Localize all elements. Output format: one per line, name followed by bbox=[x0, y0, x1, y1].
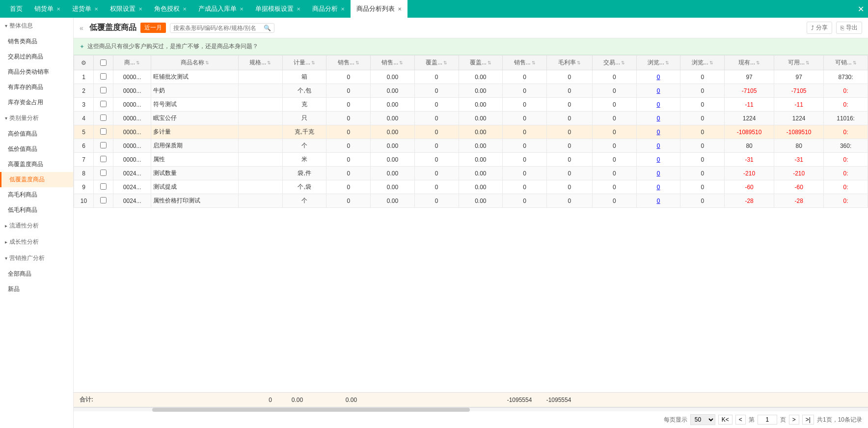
sidebar-item-turnover-rate[interactable]: 商品分类动销率 bbox=[0, 64, 73, 80]
row-checkbox[interactable] bbox=[100, 128, 107, 135]
sidebar-item-low-profit[interactable]: 低毛利商品 bbox=[0, 202, 73, 218]
cell-browse-a[interactable]: 0 bbox=[636, 167, 680, 180]
cell-checkbox[interactable] bbox=[94, 194, 113, 208]
cell-browse-a[interactable]: 0 bbox=[636, 125, 680, 139]
row-checkbox[interactable] bbox=[100, 73, 107, 80]
row-checkbox[interactable] bbox=[100, 156, 107, 162]
search-icon[interactable]: 🔍 bbox=[264, 25, 271, 31]
per-page-select[interactable]: 20 50 100 bbox=[690, 414, 715, 425]
close-permissions-icon[interactable]: ✕ bbox=[138, 6, 142, 12]
nav-purchase[interactable]: 进货单 ✕ bbox=[66, 0, 104, 18]
search-input[interactable] bbox=[173, 25, 262, 31]
nav-home[interactable]: 首页 bbox=[4, 0, 28, 18]
sidebar-item-high-coverage[interactable]: 高覆盖度商品 bbox=[0, 157, 73, 172]
first-page-button[interactable]: K< bbox=[718, 415, 732, 425]
row-checkbox[interactable] bbox=[100, 87, 107, 93]
close-analysis-icon[interactable]: ✕ bbox=[341, 6, 345, 12]
sort-browse-b-icon[interactable]: ⇅ bbox=[709, 60, 713, 65]
sort-current-icon[interactable]: ⇅ bbox=[756, 60, 760, 65]
sidebar-item-low-value[interactable]: 低价值商品 bbox=[0, 142, 73, 157]
sidebar-group-overall[interactable]: ▾ 整体信息 bbox=[0, 18, 73, 34]
sort-sales-amt-icon[interactable]: ⇅ bbox=[399, 60, 403, 65]
row-checkbox[interactable] bbox=[100, 197, 107, 203]
cell-cov-a: 0 bbox=[414, 70, 459, 84]
prev-page-button[interactable]: < bbox=[735, 415, 746, 425]
period-button[interactable]: 近一月 bbox=[140, 23, 166, 33]
sort-trans-icon[interactable]: ⇅ bbox=[621, 60, 625, 65]
sort-code-icon[interactable]: ⇅ bbox=[136, 60, 140, 65]
sort-sellable-icon[interactable]: ⇅ bbox=[853, 60, 857, 65]
row-checkbox[interactable] bbox=[100, 101, 107, 107]
cell-checkbox[interactable] bbox=[94, 70, 113, 84]
cell-browse-a[interactable]: 0 bbox=[636, 112, 680, 125]
row-checkbox[interactable] bbox=[100, 142, 107, 148]
sidebar-item-in-stock[interactable]: 有库存的商品 bbox=[0, 80, 73, 95]
settings-icon[interactable]: ⚙ bbox=[81, 59, 86, 66]
next-page-button[interactable]: > bbox=[789, 415, 799, 425]
sidebar-item-stock-capital[interactable]: 库存资金占用 bbox=[0, 95, 73, 110]
cell-checkbox[interactable] bbox=[94, 167, 113, 180]
sidebar-group-circulation[interactable]: ▸ 流通性分析 bbox=[0, 218, 73, 234]
cell-browse-a[interactable]: 0 bbox=[636, 139, 680, 153]
close-purchase-icon[interactable]: ✕ bbox=[94, 6, 98, 12]
cell-spec bbox=[239, 112, 283, 125]
cell-browse-a[interactable]: 0 bbox=[636, 180, 680, 194]
sidebar-item-sales-products[interactable]: 销售类商品 bbox=[0, 34, 73, 49]
cell-checkbox[interactable] bbox=[94, 112, 113, 125]
cell-checkbox[interactable] bbox=[94, 139, 113, 153]
close-roles-icon[interactable]: ✕ bbox=[183, 6, 187, 12]
cell-browse-a[interactable]: 0 bbox=[636, 84, 680, 98]
sidebar-item-high-value[interactable]: 高价值商品 bbox=[0, 126, 73, 142]
nav-permissions[interactable]: 权限设置 ✕ bbox=[104, 0, 148, 18]
nav-sales[interactable]: 销货单 ✕ bbox=[28, 0, 66, 18]
collapse-sidebar-button[interactable]: « bbox=[80, 24, 83, 32]
close-all-button[interactable]: ✕ bbox=[858, 4, 864, 14]
sidebar-item-high-profit[interactable]: 高毛利商品 bbox=[0, 187, 73, 202]
sort-gross-icon[interactable]: ⇅ bbox=[577, 60, 581, 65]
nav-products[interactable]: 产成品入库单 ✕ bbox=[192, 0, 249, 18]
export-button[interactable]: ⎘ 导出 bbox=[836, 22, 862, 34]
row-checkbox[interactable] bbox=[100, 114, 107, 121]
sort-spec-icon[interactable]: ⇅ bbox=[267, 60, 271, 65]
cell-browse-a[interactable]: 0 bbox=[636, 98, 680, 112]
sort-sales-qty-icon[interactable]: ⇅ bbox=[355, 60, 359, 65]
sidebar-item-low-coverage[interactable]: 低覆盖度商品 bbox=[0, 172, 73, 187]
nav-templates[interactable]: 单据模板设置 ✕ bbox=[249, 0, 306, 18]
sidebar-group-category[interactable]: ▾ 类别量分析 bbox=[0, 110, 73, 126]
sidebar-item-traded-products[interactable]: 交易过的商品 bbox=[0, 49, 73, 64]
cell-checkbox[interactable] bbox=[94, 180, 113, 194]
sort-name-icon[interactable]: ⇅ bbox=[205, 60, 209, 65]
cell-checkbox[interactable] bbox=[94, 84, 113, 98]
sort-sales-c-icon[interactable]: ⇅ bbox=[532, 60, 536, 65]
sort-cov-a-icon[interactable]: ⇅ bbox=[443, 60, 447, 65]
close-sales-icon[interactable]: ✕ bbox=[56, 6, 60, 12]
sort-available-icon[interactable]: ⇅ bbox=[806, 60, 810, 65]
sidebar-item-all-products[interactable]: 全部商品 bbox=[0, 266, 73, 282]
cell-checkbox[interactable] bbox=[94, 125, 113, 139]
share-button[interactable]: ⤴ 分享 bbox=[807, 22, 832, 34]
cell-browse-a[interactable]: 0 bbox=[636, 153, 680, 167]
row-checkbox[interactable] bbox=[100, 183, 107, 190]
cell-browse-a[interactable]: 0 bbox=[636, 70, 680, 84]
close-analysis-list-icon[interactable]: ✕ bbox=[398, 6, 402, 12]
page-input[interactable] bbox=[758, 415, 777, 425]
scrollbar-area[interactable] bbox=[74, 407, 868, 411]
row-checkbox[interactable] bbox=[100, 170, 107, 176]
sort-browse-a-icon[interactable]: ⇅ bbox=[665, 60, 669, 65]
cell-browse-a[interactable]: 0 bbox=[636, 194, 680, 208]
cell-checkbox[interactable] bbox=[94, 98, 113, 112]
sort-cov-b-icon[interactable]: ⇅ bbox=[488, 60, 491, 65]
sidebar-item-new-products[interactable]: 新品 bbox=[0, 282, 73, 297]
last-page-button[interactable]: >| bbox=[802, 415, 814, 425]
sidebar-group-growth[interactable]: ▸ 成长性分析 bbox=[0, 234, 73, 250]
select-all-checkbox[interactable] bbox=[100, 59, 107, 66]
close-templates-icon[interactable]: ✕ bbox=[297, 6, 300, 12]
sort-unit-icon[interactable]: ⇅ bbox=[311, 60, 315, 65]
nav-analysis-list[interactable]: 商品分析列表 ✕ bbox=[351, 0, 407, 18]
cell-checkbox[interactable] bbox=[94, 153, 113, 167]
close-products-icon[interactable]: ✕ bbox=[240, 6, 244, 12]
nav-roles[interactable]: 角色授权 ✕ bbox=[148, 0, 192, 18]
table-container[interactable]: ⚙ 商...⇅ 商品名称⇅ 规 bbox=[74, 55, 868, 392]
nav-analysis[interactable]: 商品分析 ✕ bbox=[306, 0, 351, 18]
sidebar-group-marketing[interactable]: ▾ 营销推广分析 bbox=[0, 250, 73, 266]
